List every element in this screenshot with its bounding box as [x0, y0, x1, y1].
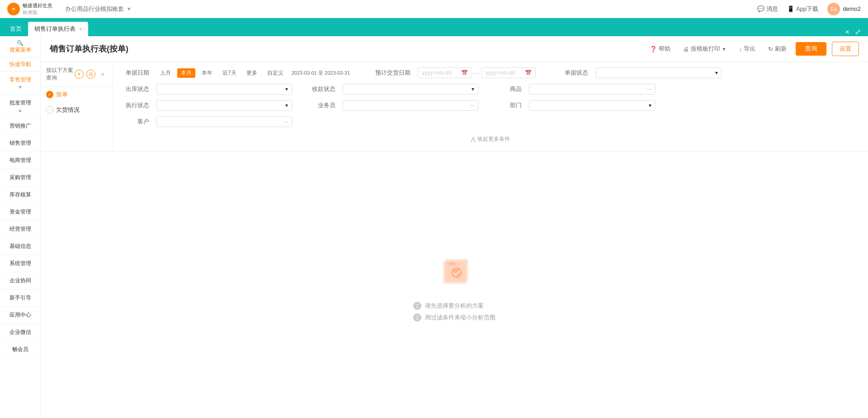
window-expand-icon[interactable]: ⤢ [855, 28, 861, 36]
collapse-icon: ⋀ [471, 136, 476, 142]
tab-sales-order[interactable]: 销售订单执行表 × [28, 22, 88, 36]
warehouse-status-label: 出库状态 [122, 85, 149, 93]
expected-date-end[interactable]: yyyy-mm-dd 📅 [481, 67, 536, 78]
chevron-down-icon-5: ▾ [649, 102, 651, 109]
goods-input[interactable]: ··· [529, 84, 656, 95]
print-chevron-icon: ▼ [722, 47, 726, 52]
chevron-down-icon-2: ▾ [285, 86, 288, 92]
more-icon[interactable]: ··· [647, 86, 651, 92]
filter-rows: 单据日期 上月 本月 本年 近7天 更多 自定义 2023-03-01 至 20… [113, 62, 868, 151]
sidebar-item-wholesale[interactable]: 批发管理 ▲ [0, 95, 40, 118]
scheme-panel: 按以下方案查询 + ⊙ « ✓ 按单 ○ 欠货情况 [41, 62, 113, 151]
sidebar-item-retail[interactable]: 零售管理 ▼ [0, 71, 40, 95]
date-chips-group: 上月 本月 本年 近7天 更多 自定义 2023-03-01 至 2023-03… [156, 68, 350, 78]
collapse-button[interactable]: ⋀ 收起更多条件 [468, 133, 513, 146]
empty-tip-2: 2 用过滤条件来缩小分析范围 [413, 314, 495, 322]
sidebar-item-newbie[interactable]: 新手引导 [0, 290, 40, 307]
scheme-copy-button[interactable]: ⊙ [86, 70, 95, 79]
expected-date-range: yyyy-mm-dd 📅 — yyyy-mm-dd 📅 [418, 67, 536, 78]
sidebar-item-basics[interactable]: 基础信息 [0, 238, 40, 255]
more-icon-2[interactable]: ··· [470, 102, 474, 109]
tab-bar: 首页 销售订单执行表 × × ⤢ [0, 18, 868, 36]
header-left: 畅捷通好生意 标准版 办公用品行业模拟账套 ▾ [7, 2, 131, 15]
scheme-collapse-button[interactable]: « [98, 70, 107, 79]
sidebar-item-wechat[interactable]: 企业微信 [0, 324, 40, 341]
print-button[interactable]: 🖨 按模板打印 ▼ [679, 43, 730, 55]
message-icon: 💬 [757, 5, 764, 12]
status-select[interactable]: ▾ [595, 67, 722, 78]
content-area: 销售订单执行表(按单) ❓ 帮助 🖨 按模板打印 ▼ ↓ 导出 ↻ 刷新 [41, 36, 868, 418]
window-close-icon[interactable]: × [845, 28, 849, 36]
scheme-active-dot: ✓ [46, 91, 53, 98]
header-right: 💬 消息 📱 App下载 Ea demo2 [757, 3, 861, 15]
goods-label: 商品 [495, 85, 522, 93]
expected-date-start[interactable]: yyyy-mm-dd 📅 [418, 67, 472, 78]
exec-status-select[interactable]: ▾ [156, 100, 292, 111]
query-button[interactable]: 查询 [796, 42, 826, 56]
refresh-button[interactable]: ↻ 刷新 [764, 43, 790, 55]
date-chip-7days[interactable]: 近7天 [219, 68, 240, 78]
sidebar-item-business[interactable]: 经营管理 [0, 221, 40, 238]
logo-area: 畅捷通好生意 标准版 [7, 2, 52, 15]
date-chip-custom[interactable]: 自定义 [264, 68, 287, 78]
sidebar-item-sales[interactable]: 销售管理 [0, 135, 40, 152]
sidebar-item-inventory[interactable]: 库存核算 [0, 186, 40, 204]
filter-row-3: 执行状态 ▾ 业务员 ··· 部门 ▾ [122, 100, 859, 111]
status-label: 单据状态 [561, 69, 588, 77]
more-icon-3[interactable]: ··· [283, 119, 288, 125]
tip-num-2: 2 [413, 314, 421, 322]
customer-input[interactable]: ··· [156, 116, 292, 127]
filter-row-1: 单据日期 上月 本月 本年 近7天 更多 自定义 2023-03-01 至 20… [122, 67, 859, 78]
search-icon: 🔍 [4, 40, 37, 46]
date-chip-last-month[interactable]: 上月 [156, 68, 175, 78]
user-area[interactable]: Ea demo2 [827, 3, 861, 15]
date-chip-more[interactable]: 更多 [243, 68, 261, 78]
sidebar-item-system[interactable]: 系统管理 [0, 255, 40, 272]
tab-close-icon[interactable]: × [79, 26, 82, 32]
department-select[interactable]: ▾ [529, 100, 656, 111]
calendar-icon-2: 📅 [525, 70, 532, 76]
tip-num-1: 1 [413, 302, 421, 310]
export-icon: ↓ [739, 46, 742, 52]
help-button[interactable]: ❓ 帮助 [646, 43, 674, 55]
empty-state: 1 请先选择要分析的方案 2 用过滤条件来缩小分析范围 [41, 152, 868, 418]
scheme-item-by-order[interactable]: ✓ 按单 [41, 87, 113, 102]
payment-status-select[interactable]: ▾ [343, 84, 478, 95]
top-header: 畅捷通好生意 标准版 办公用品行业模拟账套 ▾ 💬 消息 📱 App下载 Ea … [0, 0, 868, 18]
filter-row-4: 客户 ··· [122, 116, 859, 127]
chevron-down-icon: ▾ [715, 70, 718, 76]
refresh-icon: ↻ [768, 46, 773, 52]
sidebar-search[interactable]: 🔍 搜索菜单 [0, 36, 40, 58]
calendar-icon: 📅 [461, 70, 468, 76]
scheme-header: 按以下方案查询 + ⊙ « [41, 62, 113, 87]
date-chip-this-year[interactable]: 本年 [198, 68, 216, 78]
tab-home[interactable]: 首页 [4, 22, 28, 36]
scheme-inactive-dot: ○ [46, 106, 53, 114]
app-download-button[interactable]: 📱 App下载 [787, 5, 818, 13]
sidebar-item-marketing[interactable]: 营销推广 [0, 118, 40, 135]
breadcrumb[interactable]: 办公用品行业模拟账套 ▾ [65, 5, 131, 13]
app-icon: 📱 [787, 5, 794, 12]
chevron-down-icon: ▼ [18, 85, 23, 90]
empty-tip-1: 1 请先选择要分析的方案 [413, 302, 495, 310]
sidebar-item-ecommerce[interactable]: 电商管理 [0, 152, 40, 169]
help-icon: ❓ [650, 46, 657, 52]
date-chip-this-month[interactable]: 本月 [177, 68, 195, 78]
sidebar-item-finance[interactable]: 资金管理 [0, 204, 40, 221]
sidebar-item-member[interactable]: 畅会员 [0, 341, 40, 358]
avatar: Ea [827, 3, 840, 15]
sidebar-item-apps[interactable]: 应用中心 [0, 307, 40, 324]
warehouse-status-select[interactable]: ▾ [156, 84, 292, 95]
message-button[interactable]: 💬 消息 [757, 5, 778, 13]
breadcrumb-arrow-icon[interactable]: ▾ [127, 5, 131, 12]
customer-label: 客户 [122, 118, 149, 126]
scheme-add-button[interactable]: + [75, 70, 84, 79]
salesperson-input[interactable]: ··· [343, 100, 478, 111]
scheme-item-shortage[interactable]: ○ 欠货情况 [41, 102, 113, 118]
sidebar-quick-nav[interactable]: 快捷导航 [0, 58, 40, 71]
sidebar-item-cooperation[interactable]: 企业协同 [0, 272, 40, 290]
settings-button[interactable]: 设置 [832, 42, 859, 56]
sidebar-item-purchase[interactable]: 采购管理 [0, 169, 40, 186]
page-actions: ❓ 帮助 🖨 按模板打印 ▼ ↓ 导出 ↻ 刷新 查询 设置 [646, 42, 859, 62]
export-button[interactable]: ↓ 导出 [736, 43, 760, 55]
